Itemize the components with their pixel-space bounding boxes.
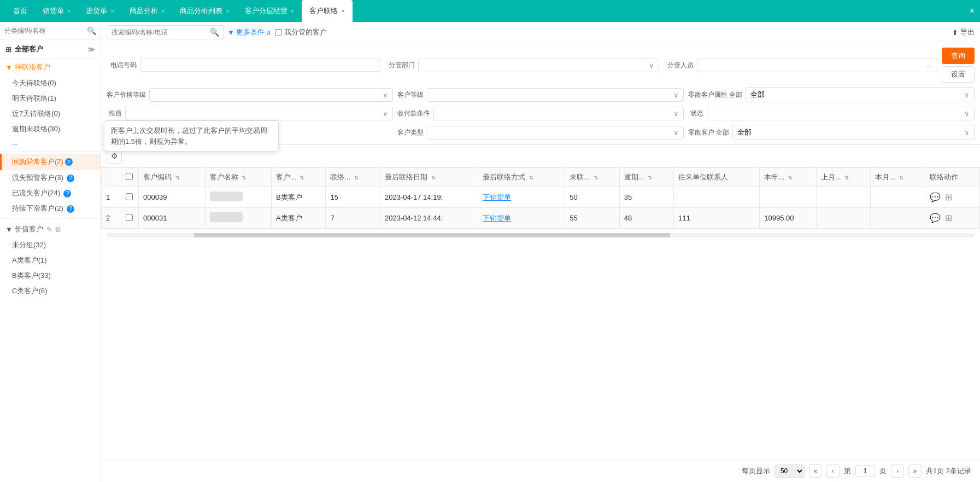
last-method-link[interactable]: 下销货单 xyxy=(483,193,511,201)
h-scrollbar[interactable] xyxy=(107,233,975,237)
filter-customer-type: 客户类型 ∨ xyxy=(397,126,684,140)
export-button[interactable]: ⬆ 导出 xyxy=(952,27,975,37)
sidebar-item-anomaly[interactable]: 回购异常客户(2) ? xyxy=(2,154,101,170)
info-icon[interactable]: ? xyxy=(67,175,74,182)
sidebar-item-churned[interactable]: 已流失客户(24) ? xyxy=(0,185,101,201)
sort-icon6[interactable]: ⇅ xyxy=(529,175,533,181)
search-wrap: 🔍 xyxy=(107,25,224,39)
price-grade-select[interactable]: ∨ xyxy=(149,88,393,102)
phone-input[interactable] xyxy=(140,59,380,72)
close-icon[interactable]: × xyxy=(341,8,344,14)
last-page-button[interactable]: » xyxy=(908,464,922,478)
customer-type-select[interactable]: ∨ xyxy=(427,126,684,140)
sidebar-item-declining[interactable]: 持续下滑客户(2) ? xyxy=(0,201,101,216)
close-icon[interactable]: × xyxy=(161,8,165,14)
nav-item-sales[interactable]: 销货单 × xyxy=(35,0,78,22)
close-all-button[interactable]: × xyxy=(970,6,975,16)
close-icon[interactable]: × xyxy=(67,8,71,14)
caret-icon8: ∨ xyxy=(964,109,970,118)
customer-type-label: 客户类型 xyxy=(397,128,424,137)
manager-select[interactable]: ··· xyxy=(697,59,937,72)
page-number-input[interactable] xyxy=(855,465,875,477)
search-icon[interactable]: 🔍 xyxy=(210,28,219,37)
last-method-link2[interactable]: 下销货单 xyxy=(483,214,511,222)
edit2-icon[interactable]: ⚙ xyxy=(55,225,61,234)
qr-icon[interactable]: ⊞ xyxy=(945,192,952,202)
customer-grade-select[interactable]: ∨ xyxy=(427,88,684,102)
dept-select[interactable]: ∨ xyxy=(418,59,659,72)
sidebar-valuable-section[interactable]: ▼ 价值客户 ✎ ⚙ xyxy=(0,221,101,237)
nav-item-purchase[interactable]: 进货单 × xyxy=(78,0,121,22)
cell-name xyxy=(205,208,272,229)
caret-icon9: ∨ xyxy=(673,129,679,137)
divider2 xyxy=(0,218,101,219)
sidebar-item-tomorrow[interactable]: 明天待联络(1) xyxy=(0,91,101,106)
filter-scatter-attr: 零散客户属性 全部 全部∨ xyxy=(688,87,975,102)
close-icon[interactable]: × xyxy=(110,8,114,14)
sort-icon8[interactable]: ⇅ xyxy=(648,175,652,181)
sidebar-pending-section[interactable]: ▼ 待联络客户 xyxy=(0,59,101,76)
select-all-checkbox[interactable] xyxy=(126,173,133,180)
cell-this-year: 10995.00 xyxy=(760,208,817,229)
customer-grade-label: 客户等级 xyxy=(397,90,424,100)
my-customers-checkbox[interactable] xyxy=(275,29,282,36)
collapse-icon[interactable]: ≫ xyxy=(87,45,95,54)
row-checkbox[interactable] xyxy=(126,214,133,221)
chat-icon2[interactable]: 💬 xyxy=(930,213,941,223)
sidebar-item-churn-warning[interactable]: 流失预警客户(3) ? xyxy=(0,170,101,185)
settings-button[interactable]: 设置 xyxy=(942,66,975,83)
close-icon[interactable]: × xyxy=(226,8,229,14)
first-page-button[interactable]: « xyxy=(809,464,822,478)
pagination-bar: 每页显示 50 100 « ‹ 第 页 › » 共1页 2条记录 xyxy=(101,460,980,482)
next-page-button[interactable]: › xyxy=(891,464,904,478)
chat-icon[interactable]: 💬 xyxy=(930,192,941,202)
status-select[interactable]: ∨ xyxy=(707,107,975,120)
sort-icon[interactable]: ⇅ xyxy=(175,175,180,181)
sort-icon11[interactable]: ⇅ xyxy=(899,175,903,181)
sidebar-item-today[interactable]: 今天待联络(0) xyxy=(0,76,101,91)
sort-icon7[interactable]: ⇅ xyxy=(594,175,598,181)
sort-icon5[interactable]: ⇅ xyxy=(431,175,436,181)
sidebar-item-ungroup[interactable]: 未分组(32) xyxy=(0,237,101,253)
qr-icon2[interactable]: ⊞ xyxy=(945,213,952,223)
scatter-customer-select[interactable]: 全部∨ xyxy=(732,125,975,140)
search-icon[interactable]: 🔍 xyxy=(87,26,96,35)
close-icon[interactable]: × xyxy=(291,8,294,14)
query-button[interactable]: 查询 xyxy=(942,48,975,64)
scatter-attr-select[interactable]: 全部∨ xyxy=(746,87,975,102)
sidebar-item-c-class[interactable]: C类客户(6) xyxy=(0,283,101,299)
nature-select[interactable]: ∨ xyxy=(125,107,393,120)
nav-item-product-analysis-list[interactable]: 商品分析列表 × xyxy=(172,0,237,22)
main-search-input[interactable] xyxy=(112,28,210,36)
nav-item-product-analysis[interactable]: 商品分析 × xyxy=(122,0,172,22)
sidebar-item-overdue[interactable]: 逾期未联络(30) xyxy=(0,121,101,137)
content-area: 距客户上次交易时长，超过了此客户的平均交易周期的1.5倍，则视为异常。 🔍 ▼ … xyxy=(101,22,980,482)
sort-icon9[interactable]: ⇅ xyxy=(788,175,793,181)
sidebar-item-anomaly-wrapper: 回购异常客户(2) ? xyxy=(0,154,101,170)
dept-label: 分管部门 xyxy=(385,61,415,70)
more-conditions-button[interactable]: ▼ 更多条件 ∧ xyxy=(227,27,272,37)
table-header-row: 客户编码 ⇅ 客户名称 ⇅ 客户... ⇅ 联络... xyxy=(102,168,980,187)
edit-icon[interactable]: ✎ xyxy=(46,225,52,234)
more-btn[interactable]: ... xyxy=(0,137,101,149)
payment-select[interactable]: ∨ xyxy=(433,107,684,120)
sidebar-search-input[interactable] xyxy=(4,27,87,34)
sort-icon3[interactable]: ⇅ xyxy=(300,175,304,181)
my-customers-checkbox-label[interactable]: 我分管的客户 xyxy=(275,27,327,37)
sidebar-item-7days[interactable]: 近7天待联络(0) xyxy=(0,106,101,121)
sort-icon4[interactable]: ⇅ xyxy=(354,175,359,181)
info-icon[interactable]: ? xyxy=(67,205,74,213)
nav-item-home[interactable]: 首页 xyxy=(5,0,35,22)
sidebar-item-b-class[interactable]: B类客户(33) xyxy=(0,268,101,283)
nav-item-customer-contact[interactable]: 客户联络 × xyxy=(302,0,352,22)
info-icon[interactable]: ? xyxy=(65,158,73,166)
sort-icon2[interactable]: ⇅ xyxy=(242,175,246,181)
prev-page-button[interactable]: ‹ xyxy=(826,464,840,478)
cell-checkbox xyxy=(121,208,139,229)
sidebar-item-a-class[interactable]: A类客户(1) xyxy=(0,253,101,268)
sort-icon10[interactable]: ⇅ xyxy=(844,175,849,181)
info-icon[interactable]: ? xyxy=(63,190,71,198)
page-size-select[interactable]: 50 100 xyxy=(774,464,805,478)
row-checkbox[interactable] xyxy=(126,193,133,200)
nav-item-customer-tier[interactable]: 客户分层经营 × xyxy=(237,0,302,22)
